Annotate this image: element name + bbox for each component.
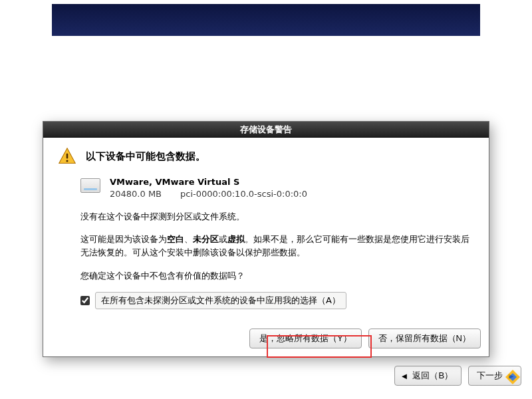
para2-sep1: 、 — [184, 234, 193, 244]
dialog-button-row: 是，忽略所有数据（Y） 否，保留所有数据（N） — [249, 329, 481, 348]
para2-pre: 这可能是因为该设备为 — [80, 234, 167, 244]
installer-background: ◄ 返回（B） 下一步 ► 存储设备警告 以下设 — [0, 0, 532, 399]
back-button-label: 返回（B） — [412, 370, 453, 382]
svg-rect-1 — [66, 154, 68, 159]
device-row: VMware, VMware Virtual S 20480.0 MBpci-0… — [80, 176, 474, 200]
no-keep-label: 否，保留所有数据（N） — [378, 332, 471, 344]
wizard-nav-row: ◄ 返回（B） 下一步 ► — [394, 366, 521, 386]
yes-discard-button[interactable]: 是，忽略所有数据（Y） — [249, 329, 362, 348]
svg-point-2 — [66, 160, 68, 162]
apply-all-label[interactable]: 在所有包含未探测分区或文件系统的设备中应用我的选择（A） — [95, 292, 346, 309]
device-subinfo: 20480.0 MBpci-0000:00:10.0-scsi-0:0:0:0 — [110, 188, 307, 200]
apply-all-row: 在所有包含未探测分区或文件系统的设备中应用我的选择（A） — [80, 292, 474, 309]
paragraph-explain: 这可能是因为该设备为空白、未分区或虚拟。如果不是，那么它可能有一些数据是您使用它… — [80, 233, 474, 259]
storage-warning-dialog: 存储设备警告 以下设备中可能包含数据。 VMware, VMware Virtu… — [43, 121, 489, 357]
header-band — [52, 4, 480, 36]
next-button[interactable]: 下一步 ► — [468, 366, 521, 386]
para2-bold-blank: 空白 — [167, 234, 184, 244]
dialog-body: 以下设备中可能包含数据。 VMware, VMware Virtual S 20… — [43, 138, 489, 356]
back-button[interactable]: ◄ 返回（B） — [394, 366, 462, 386]
apply-all-checkbox[interactable] — [80, 296, 90, 305]
dialog-titlebar: 存储设备警告 — [43, 122, 489, 138]
next-button-label: 下一步 — [477, 370, 503, 382]
device-info: VMware, VMware Virtual S 20480.0 MBpci-0… — [110, 176, 307, 200]
warning-header-row: 以下设备中可能包含数据。 — [58, 147, 474, 166]
para2-sep2: 或 — [219, 234, 227, 244]
para2-bold-virtual: 虚拟 — [227, 234, 245, 244]
arrow-left-icon: ◄ — [400, 372, 409, 380]
paragraph-confirm: 您确定这个设备中不包含有价值的数据吗？ — [80, 269, 474, 283]
device-name: VMware, VMware Virtual S — [110, 176, 307, 188]
dialog-title: 存储设备警告 — [240, 124, 292, 136]
hard-drive-icon — [80, 178, 100, 193]
yes-discard-label: 是，忽略所有数据（Y） — [259, 332, 352, 344]
paragraph-no-partition: 没有在这个设备中探测到分区或文件系统。 — [80, 210, 474, 223]
warning-triangle-icon — [58, 147, 76, 166]
device-path: pci-0000:00:10.0-scsi-0:0:0:0 — [180, 189, 307, 199]
warning-heading: 以下设备中可能包含数据。 — [86, 150, 205, 163]
para2-bold-unpart: 未分区 — [193, 234, 219, 244]
arrow-right-icon: ► — [507, 372, 515, 380]
no-keep-button[interactable]: 否，保留所有数据（N） — [368, 329, 481, 348]
device-size: 20480.0 MB — [110, 189, 162, 199]
